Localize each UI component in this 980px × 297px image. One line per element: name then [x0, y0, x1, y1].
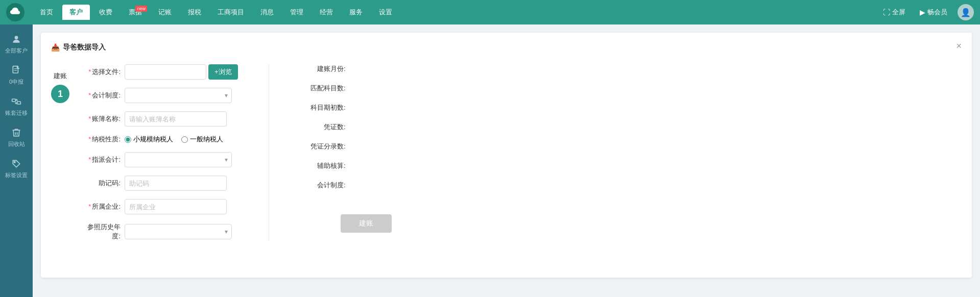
- nav-manage[interactable]: 管理: [283, 5, 310, 20]
- match-label: 匹配科目数:: [300, 84, 346, 93]
- form-container: 建账 1 *选择文件: +浏览: [51, 64, 962, 241]
- aux-row: 辅助核算:: [300, 161, 433, 170]
- company-label: *所属企业:: [80, 202, 121, 211]
- file-row: *选择文件: +浏览: [80, 64, 238, 80]
- nav-service[interactable]: 服务: [342, 5, 370, 20]
- main-layout: 全部客户 0申报 账套迁移: [0, 24, 980, 297]
- sidebar: 全部客户 0申报 账套迁移: [0, 24, 33, 297]
- build-btn-wrapper: 建账: [300, 210, 433, 233]
- file-label: *选择文件:: [80, 67, 121, 77]
- company-row: *所属企业:: [80, 199, 238, 214]
- accounting-select-wrapper: [125, 88, 232, 103]
- sidebar-item-tags[interactable]: 标签设置: [0, 153, 33, 184]
- nav-tax[interactable]: 报税: [181, 5, 208, 20]
- step-label: 建账: [54, 71, 67, 81]
- import-icon: 📥: [51, 43, 60, 52]
- avatar[interactable]: 👤: [958, 4, 974, 20]
- company-input[interactable]: [125, 199, 227, 214]
- tax-small-radio[interactable]: [125, 136, 131, 143]
- panel: 📥 导爸数据导入 × 建账 1 *选择文件:: [41, 33, 972, 278]
- history-select[interactable]: [125, 224, 232, 239]
- svg-point-0: [15, 36, 18, 39]
- memo-row: 助记码:: [80, 176, 238, 191]
- file-input[interactable]: [125, 64, 206, 80]
- match-row: 匹配科目数:: [300, 84, 433, 93]
- nav-operation[interactable]: 经营: [313, 5, 340, 20]
- nav-items: 首页 客户 收费 票据 new 记账 报税 工商项目 消息 管理 经营 服务 设…: [33, 5, 879, 20]
- accounting-info-label: 会计制度:: [300, 181, 346, 190]
- period-label: 科目期初数:: [300, 103, 346, 112]
- vertical-divider: [269, 64, 269, 241]
- nav-ticket[interactable]: 票据 new: [122, 5, 149, 20]
- build-button[interactable]: 建账: [341, 214, 392, 233]
- history-label: 参照历史年度:: [80, 222, 121, 241]
- memo-input[interactable]: [125, 176, 227, 191]
- nav-customer[interactable]: 客户: [62, 5, 90, 20]
- accountant-row: *指派会计:: [80, 152, 238, 167]
- sidebar-item-recycle[interactable]: 回收站: [0, 122, 33, 153]
- close-button[interactable]: ×: [956, 41, 962, 52]
- fullscreen-icon: ⛶: [883, 8, 890, 16]
- file-input-group: +浏览: [125, 64, 238, 80]
- month-row: 建账月份:: [300, 64, 433, 73]
- accounting-label: *会计制度:: [80, 91, 121, 100]
- transfer-icon: [11, 96, 22, 107]
- svg-rect-4: [12, 99, 16, 102]
- voucher-records-row: 凭证分录数:: [300, 142, 433, 151]
- info-panel: 建账月份: 匹配科目数: 科目期初数: 凭证数:: [300, 64, 433, 241]
- voucher-row: 凭证数:: [300, 122, 433, 132]
- accounting-row: *会计制度:: [80, 88, 238, 103]
- step-badge: 1: [51, 85, 69, 103]
- tag-icon: [11, 158, 22, 169]
- accountant-label: *指派会计:: [80, 155, 121, 164]
- month-label: 建账月份:: [300, 64, 346, 73]
- form-step-1: 建账 1 *选择文件: +浏览: [51, 64, 238, 241]
- tax-small-option[interactable]: 小规模纳税人: [125, 135, 173, 144]
- accounting-select[interactable]: [125, 88, 232, 103]
- content-area: 📥 导爸数据导入 × 建账 1 *选择文件:: [33, 24, 980, 297]
- aux-label: 辅助核算:: [300, 161, 346, 170]
- fullscreen-btn[interactable]: ⛶ 全屏: [879, 6, 910, 19]
- nav-home[interactable]: 首页: [33, 5, 60, 20]
- top-nav: 首页 客户 收费 票据 new 记账 报税 工商项目 消息 管理 经营 服务 设…: [0, 0, 980, 24]
- bookname-input[interactable]: [125, 111, 227, 127]
- panel-title: 📥 导爸数据导入: [51, 43, 962, 52]
- accounting-info-row: 会计制度:: [300, 181, 433, 190]
- period-row: 科目期初数:: [300, 103, 433, 112]
- sidebar-item-transfer[interactable]: 账套迁移: [0, 91, 33, 122]
- file-icon: [11, 65, 22, 76]
- voucher-label: 凭证数:: [300, 122, 346, 132]
- user-icon: [11, 34, 22, 45]
- form-fields: *选择文件: +浏览 *会计制度:: [80, 64, 238, 241]
- bookname-label: *账簿名称:: [80, 114, 121, 123]
- nav-bookkeeping[interactable]: 记账: [151, 5, 179, 20]
- memo-label: 助记码:: [80, 179, 121, 188]
- sidebar-item-all-customers[interactable]: 全部客户: [0, 29, 33, 60]
- nav-settings[interactable]: 设置: [372, 5, 399, 20]
- svg-point-6: [14, 161, 15, 163]
- trash-icon: [11, 127, 22, 138]
- nav-message[interactable]: 消息: [253, 5, 281, 20]
- member-icon: ▶: [920, 8, 925, 16]
- browse-button[interactable]: +浏览: [208, 64, 238, 80]
- bookname-row: *账簿名称:: [80, 111, 238, 127]
- nav-fee[interactable]: 收费: [92, 5, 119, 20]
- member-btn[interactable]: ▶ 畅会员: [916, 6, 951, 19]
- history-row: 参照历史年度:: [80, 222, 238, 241]
- tax-general-option[interactable]: 一般纳税人: [181, 135, 223, 144]
- history-select-wrapper: [125, 224, 232, 239]
- tax-general-radio[interactable]: [181, 136, 188, 143]
- sidebar-item-zero-report[interactable]: 0申报: [0, 60, 33, 91]
- tax-label: *纳税性质:: [80, 135, 121, 144]
- nav-business[interactable]: 工商项目: [210, 5, 251, 20]
- logo[interactable]: [6, 3, 25, 21]
- new-badge: new: [135, 6, 147, 12]
- accountant-select-wrapper: [125, 152, 232, 167]
- accountant-select[interactable]: [125, 152, 232, 167]
- svg-rect-5: [17, 102, 21, 104]
- tax-radio-group: 小规模纳税人 一般纳税人: [125, 135, 223, 144]
- nav-right: ⛶ 全屏 ▶ 畅会员 👤: [879, 4, 974, 20]
- voucher-records-label: 凭证分录数:: [300, 142, 346, 151]
- tax-row: *纳税性质: 小规模纳税人 一般纳税人: [80, 135, 238, 144]
